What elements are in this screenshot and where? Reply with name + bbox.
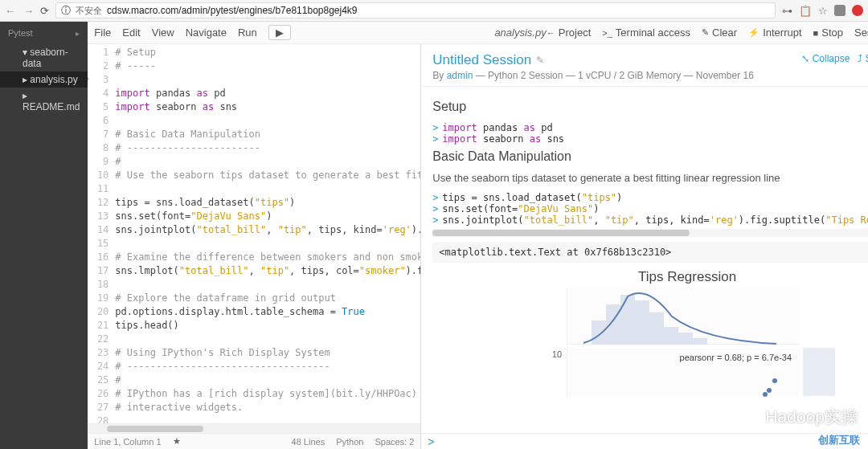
extension-icon[interactable] bbox=[834, 5, 845, 16]
chart-title: Tips Regression bbox=[526, 269, 848, 285]
key-icon[interactable]: ⊶ bbox=[782, 5, 792, 17]
svg-rect-4 bbox=[649, 312, 664, 345]
stop-icon: ■ bbox=[813, 28, 819, 38]
sidebar-item[interactable]: ▸ README.md bbox=[0, 88, 88, 115]
file-sidebar: Pytest▸ ▾ seaborn-data▸ analysis.py▸ REA… bbox=[0, 22, 88, 449]
menu-file[interactable]: File bbox=[94, 27, 111, 39]
console-line: tips = sns.load_dataset("tips") bbox=[442, 192, 868, 203]
console-line: sns.jointplot("total_bill", "tip", tips,… bbox=[442, 214, 868, 226]
bolt-icon: ⚡ bbox=[748, 27, 760, 38]
browser-toolbar: ← → ⟳ ⓘ 不安全 cdsw.macro.com/admin/pytest/… bbox=[0, 0, 868, 22]
session-console: ⤡ Collapse ⤴ Share Running Untitled Sess… bbox=[421, 44, 868, 449]
svg-rect-1 bbox=[606, 304, 620, 345]
arrow-left-icon: ← bbox=[547, 28, 555, 38]
stop-button[interactable]: ■Stop bbox=[813, 27, 843, 39]
sidebar-item[interactable]: ▸ analysis.py bbox=[0, 71, 88, 88]
terminal-button[interactable]: >_Terminal access bbox=[602, 27, 690, 39]
pearson-annotation: pearsonr = 0.68; p = 6.7e-34 bbox=[680, 353, 792, 362]
console-h-scrollbar[interactable] bbox=[432, 229, 868, 237]
editor-statusbar: Line 1, Column 1 ★ 48 Lines Python Space… bbox=[88, 433, 420, 449]
share-button[interactable]: ⤴ Share bbox=[858, 53, 868, 64]
user-link[interactable]: admin bbox=[447, 70, 473, 81]
kde-marginal bbox=[567, 288, 800, 345]
svg-rect-5 bbox=[664, 327, 678, 345]
clear-button[interactable]: ✎Clear bbox=[702, 27, 737, 39]
menu-navigate[interactable]: Navigate bbox=[186, 27, 227, 39]
editor-h-scrollbar[interactable] bbox=[88, 423, 420, 433]
info-icon: ⓘ bbox=[61, 4, 71, 18]
session-title: Untitled Session bbox=[432, 52, 531, 68]
scatter-plot: pearsonr = 0.68; p = 6.7e-34 bbox=[567, 348, 800, 396]
console-output: <matplotlib.text.Text at 0x7f68b13c2310> bbox=[432, 242, 868, 263]
console-line: import pandas as pd bbox=[442, 122, 868, 133]
extension-red-icon[interactable] bbox=[852, 5, 863, 16]
project-button[interactable]: ←Project bbox=[547, 27, 591, 39]
svg-rect-3 bbox=[635, 300, 649, 345]
top-toolbar: File Edit View Navigate Run ▶ analysis.p… bbox=[88, 22, 868, 44]
forward-icon[interactable]: → bbox=[23, 5, 34, 17]
line-count: 48 Lines bbox=[292, 437, 326, 447]
section-basic: Basic Data Manipulation bbox=[432, 149, 868, 164]
menu-edit[interactable]: Edit bbox=[122, 27, 140, 39]
language-label: Python bbox=[336, 437, 363, 447]
section-setup: Setup bbox=[432, 100, 868, 114]
corner-logo: 创新互联 bbox=[818, 433, 860, 447]
svg-rect-2 bbox=[620, 295, 635, 345]
collapse-icon: ⤡ bbox=[801, 53, 809, 64]
console-line: import seaborn as sns bbox=[442, 133, 868, 145]
menu-view[interactable]: View bbox=[152, 27, 174, 39]
file-title: analysis.py bbox=[494, 27, 546, 39]
hist-marginal bbox=[803, 348, 835, 396]
collapse-button[interactable]: ⤡ Collapse bbox=[801, 53, 850, 64]
reload-icon[interactable]: ⟳ bbox=[40, 5, 49, 17]
console-input-prompt[interactable]: > bbox=[421, 433, 868, 449]
svg-rect-6 bbox=[678, 333, 693, 345]
svg-rect-7 bbox=[693, 338, 707, 345]
sessions-dropdown[interactable]: Sessions bbox=[854, 27, 868, 39]
insecure-label: 不安全 bbox=[76, 5, 102, 17]
run-button[interactable]: ▶ bbox=[268, 25, 291, 40]
menu-run[interactable]: Run bbox=[238, 27, 257, 39]
project-label: Pytest▸ bbox=[0, 22, 88, 44]
code-editor[interactable]: 1# Setup2# -----34import pandas as pd5im… bbox=[88, 44, 421, 449]
ytick: 10 bbox=[552, 349, 562, 359]
cursor-position: Line 1, Column 1 bbox=[94, 437, 161, 447]
edit-icon[interactable]: ✎ bbox=[536, 55, 544, 66]
address-bar[interactable]: ⓘ 不安全 cdsw.macro.com/admin/pytest/engine… bbox=[55, 2, 776, 18]
clipboard-icon[interactable]: 📋 bbox=[799, 5, 812, 17]
section-desc: Use the seaborn tips dataset to generate… bbox=[432, 172, 868, 184]
svg-rect-0 bbox=[592, 320, 606, 345]
star-icon[interactable]: ☆ bbox=[818, 5, 828, 17]
sidebar-item[interactable]: ▾ seaborn-data bbox=[0, 44, 88, 71]
console-line: sns.set(font="DejaVu Sans") bbox=[442, 203, 868, 214]
back-icon[interactable]: ← bbox=[5, 5, 15, 17]
interrupt-button[interactable]: ⚡Interrupt bbox=[748, 27, 801, 39]
url-text: cdsw.macro.com/admin/pytest/engines/b7e8… bbox=[107, 5, 358, 16]
eraser-icon: ✎ bbox=[702, 27, 709, 38]
regression-chart: Tips Regression bbox=[526, 269, 848, 396]
terminal-icon: >_ bbox=[602, 28, 612, 38]
session-meta: By admin — Python 2 Session — 1 vCPU / 2… bbox=[432, 70, 868, 81]
share-icon: ⤴ bbox=[858, 53, 862, 64]
chevron-right-icon[interactable]: ▸ bbox=[76, 29, 80, 38]
spaces-label: Spaces: 2 bbox=[375, 437, 414, 447]
star-icon: ★ bbox=[173, 436, 181, 447]
